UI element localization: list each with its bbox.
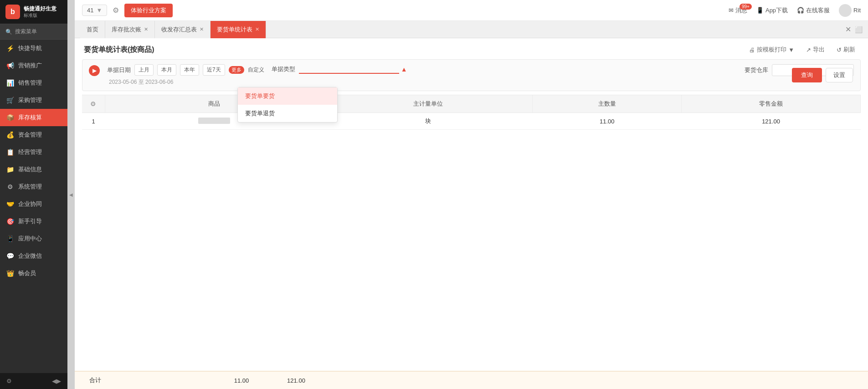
- tab-bar: 首页 库存批次账 ✕ 收发存汇总表 ✕ 要货单统计表 ✕ ✕ ⬜: [75, 21, 868, 38]
- table-footer: 合计 11.00 121.00: [75, 371, 868, 389]
- company-selector-arrow-icon: ▼: [96, 7, 102, 14]
- cell-index: 1: [82, 113, 105, 130]
- sidebar-item-inventory[interactable]: 📦 库存核算: [0, 109, 67, 126]
- dropdown-item-return[interactable]: 要货单退货: [238, 105, 337, 122]
- sidebar-item-label: 系统管理: [18, 183, 42, 191]
- sidebar-item-enterprise[interactable]: 🤝 企业协同: [0, 195, 67, 213]
- sidebar-item-label: 快捷导航: [18, 44, 42, 52]
- col-settings: ⚙: [82, 95, 105, 113]
- sidebar-item-quick-nav[interactable]: ⚡ 快捷导航: [0, 40, 67, 57]
- date-this-year-button[interactable]: 本年: [180, 64, 199, 76]
- system-icon: ⚙: [5, 183, 15, 190]
- page-header: 要货单统计表(按商品) 🖨 按模板打印 ▼ ↗ 导出 ↺ 刷新: [75, 38, 868, 59]
- messages-badge: 99+: [740, 4, 752, 10]
- tab-inventory-batch[interactable]: 库存批次账 ✕: [105, 21, 155, 38]
- print-icon: 🖨: [749, 46, 755, 53]
- date-filter-label: 单据日期: [107, 66, 131, 74]
- header-settings-icon[interactable]: ⚙: [113, 6, 119, 15]
- collapse-arrow-icon: ◀: [69, 192, 73, 197]
- main-area: 41 ▼ ⚙ 体验行业方案 ✉ 消息 99+ 📱 App下载 🎧 在线客服 R: [75, 0, 868, 389]
- inventory-icon: 📦: [5, 114, 15, 121]
- table-head: ⚙ 商品 主计量单位 主数量 零售金额: [82, 95, 861, 113]
- footer-quantity: 11.00: [214, 377, 269, 384]
- user-avatar: [839, 4, 852, 17]
- top-header-right: ✉ 消息 99+ 📱 App下载 🎧 在线客服 Rit: [729, 4, 861, 17]
- tab-bar-expand-icon[interactable]: ⬜: [855, 26, 863, 33]
- promo-button[interactable]: 体验行业方案: [124, 4, 173, 17]
- date-filter-group: 单据日期 上月 本月 本年 近7天 更多 自定义 2023-05-06 至 20…: [107, 64, 264, 86]
- sidebar-collapse-handle[interactable]: ◀: [67, 0, 75, 389]
- tab-order-stats[interactable]: 要货单统计表 ✕: [211, 21, 266, 38]
- type-filter-input-wrap: ▲: [299, 64, 407, 74]
- app-logo-text: 畅捷通好生意 标准版: [24, 5, 56, 19]
- sidebar-item-app-center[interactable]: 📱 应用中心: [0, 230, 67, 247]
- sidebar-search[interactable]: 🔍 搜索菜单: [0, 24, 67, 40]
- sidebar-item-label: 营销推广: [18, 61, 42, 70]
- date-more-badge[interactable]: 更多: [229, 66, 244, 74]
- user-profile[interactable]: Rit: [839, 4, 861, 17]
- sidebar-item-basic-info[interactable]: 📁 基础信息: [0, 161, 67, 178]
- tab-close-icon[interactable]: ✕: [255, 26, 259, 32]
- sidebar-item-system[interactable]: ⚙ 系统管理: [0, 178, 67, 195]
- type-filter-arrow-icon[interactable]: ▲: [401, 66, 407, 73]
- tab-close-icon[interactable]: ✕: [200, 26, 204, 32]
- sidebar-item-label: 库存核算: [18, 113, 42, 122]
- sidebar-item-guide[interactable]: 🎯 新手引导: [0, 213, 67, 230]
- sidebar-item-member[interactable]: 👑 畅会员: [0, 265, 67, 282]
- col-unit-header: 主计量单位: [324, 95, 533, 113]
- date-this-month-button[interactable]: 本月: [157, 64, 176, 76]
- warehouse-filter-label: 要货仓库: [745, 66, 768, 74]
- filter-settings-button[interactable]: 设置: [826, 68, 853, 82]
- online-service-button[interactable]: 🎧 在线客服: [797, 6, 830, 15]
- purchase-icon: 🛒: [5, 97, 15, 104]
- data-table-wrap: ⚙ 商品 主计量单位 主数量 零售金额 1 块: [82, 95, 861, 371]
- sidebar-footer: ⚙ ◀▶: [0, 373, 67, 389]
- query-button[interactable]: 查询: [792, 68, 822, 82]
- table-row: 1 块 11.00 121.00: [82, 113, 861, 130]
- date-last-7days-button[interactable]: 近7天: [203, 64, 225, 76]
- page-actions: 🖨 按模板打印 ▼ ↗ 导出 ↺ 刷新: [745, 44, 859, 56]
- sidebar-item-label: 销售管理: [18, 79, 42, 87]
- finance-icon: 💰: [5, 131, 15, 138]
- export-button[interactable]: ↗ 导出: [802, 44, 828, 56]
- print-template-button[interactable]: 🖨 按模板打印 ▼: [745, 44, 798, 56]
- expand-arrow-icon: ▶: [92, 67, 97, 74]
- tab-bar-close-icon[interactable]: ✕: [845, 25, 851, 34]
- sidebar-item-wechat[interactable]: 💬 企业微信: [0, 247, 67, 265]
- sidebar-item-label: 企业微信: [18, 252, 42, 260]
- messages-button[interactable]: ✉ 消息 99+: [729, 6, 747, 15]
- table-settings-icon[interactable]: ⚙: [90, 100, 96, 107]
- dropdown-item-order[interactable]: 要货单要货: [238, 87, 337, 105]
- sidebar-item-purchase[interactable]: 🛒 采购管理: [0, 92, 67, 109]
- sidebar-settings-icon[interactable]: ⚙: [6, 378, 12, 384]
- date-custom-button[interactable]: 自定义: [248, 66, 264, 74]
- sidebar-item-label: 基础信息: [18, 165, 42, 174]
- tab-receipt-summary[interactable]: 收发存汇总表 ✕: [155, 21, 211, 38]
- app-logo-icon: b: [5, 5, 20, 19]
- sales-icon: 📊: [5, 79, 15, 87]
- type-filter-label: 单据类型: [272, 65, 295, 73]
- sidebar-collapse-icon[interactable]: ◀▶: [52, 378, 61, 384]
- date-range-display: 2023-05-06 至 2023-06-06: [109, 78, 173, 86]
- tab-home[interactable]: 首页: [80, 21, 105, 38]
- date-filter-row: 单据日期 上月 本月 本年 近7天 更多 自定义: [107, 64, 264, 76]
- col-amount-header: 零售金额: [682, 95, 861, 113]
- sidebar-logo: b 畅捷通好生意 标准版: [0, 0, 67, 24]
- sidebar-item-operations[interactable]: 📋 经营管理: [0, 143, 67, 161]
- type-filter-input[interactable]: [299, 64, 399, 74]
- sidebar-item-sales[interactable]: 📊 销售管理: [0, 74, 67, 92]
- guide-icon: 🎯: [5, 218, 15, 225]
- filter-expand-button[interactable]: ▶: [89, 65, 100, 76]
- product-name-blurred: [198, 118, 230, 124]
- app-download-button[interactable]: 📱 App下载: [756, 6, 788, 15]
- sidebar-item-marketing[interactable]: 📢 营销推广: [0, 57, 67, 74]
- table-body: 1 块 11.00 121.00: [82, 113, 861, 130]
- footer-total-label: 合计: [82, 376, 214, 384]
- sidebar-item-finance[interactable]: 💰 资金管理: [0, 126, 67, 143]
- date-range-display-row: 2023-05-06 至 2023-06-06: [107, 78, 264, 86]
- date-last-month-button[interactable]: 上月: [134, 64, 154, 76]
- refresh-button[interactable]: ↺ 刷新: [833, 44, 859, 56]
- message-icon: ✉: [729, 7, 734, 14]
- company-selector[interactable]: 41 ▼: [82, 5, 107, 16]
- tab-close-icon[interactable]: ✕: [144, 26, 148, 32]
